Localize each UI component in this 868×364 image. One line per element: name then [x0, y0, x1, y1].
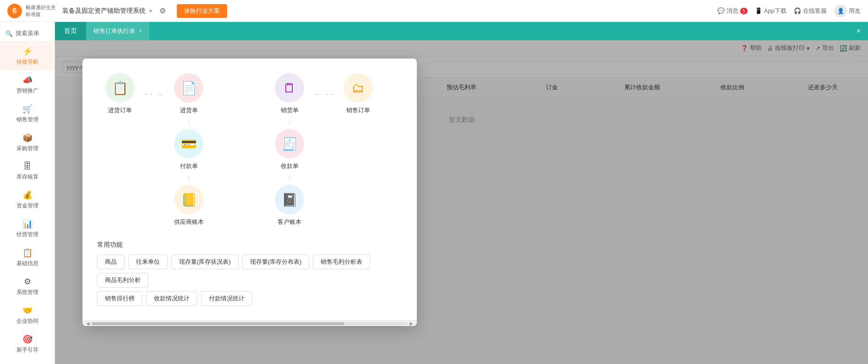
sales-icon: 🛒	[22, 104, 33, 114]
tab-close-icon[interactable]: ×	[139, 28, 142, 34]
tab-home[interactable]: 首页	[55, 22, 86, 40]
finance-icon: 💰	[22, 190, 33, 200]
sales-bill-circle: 🗒	[275, 73, 304, 103]
content-area: 首页 销售订单执行表 × × ❓ 帮助 🖨 按模板打印	[55, 22, 868, 364]
logo-icon: 6	[7, 4, 22, 18]
sidebar-item-enterprise[interactable]: 🤝 企业协同	[0, 301, 55, 330]
sidebar-item-purchase[interactable]: 📦 采购管理	[0, 128, 55, 157]
tab-sales-order[interactable]: 销售订单执行表 ×	[86, 22, 149, 40]
scroll-right-icon[interactable]: ▶	[408, 321, 415, 326]
phone-icon: 📱	[755, 7, 762, 14]
func-btn-sales-profit[interactable]: 销售毛利分析表	[313, 255, 370, 269]
sales-order-label: 销售订单	[346, 106, 370, 114]
user-avatar: 👤	[834, 5, 847, 17]
popup-scrollbar: ◀ ▶	[82, 321, 417, 326]
top-header: 6 畅康通好生意 标准版 装备及固定资产辅助管理系统 ▾ ⚙ 体验行业方案 💬 …	[0, 0, 868, 22]
supplier-account-circle: 📒	[174, 185, 203, 214]
flow-item-sales-bill[interactable]: 🗒 销货单	[271, 70, 308, 118]
user-area[interactable]: 👤 用友	[834, 5, 861, 17]
receipt-circle: 🧾	[275, 129, 304, 158]
purchase-icon: 📦	[22, 133, 33, 143]
arrow-down-payment: ↓	[187, 174, 191, 182]
function-buttons-row-2: 销售排行榜 收款情况统计 付款情况统计	[97, 291, 402, 306]
system-title-area: 装备及固定资产辅助管理系统 ▾ ⚙ 体验行业方案	[62, 4, 717, 18]
purchase-order-circle: 📋	[105, 73, 135, 103]
online-service-button[interactable]: 🎧 在线客服	[794, 7, 827, 15]
arrow-down-receipt: ↓	[288, 174, 291, 182]
sidebar-search[interactable]: 🔍 搜索菜单	[0, 26, 55, 42]
tab-bar: 首页 销售订单执行表 × ×	[55, 22, 868, 40]
func-btn-stock-distribution[interactable]: 现存量(库存分布表)	[242, 255, 310, 269]
logo-area: 6 畅康通好生意 标准版	[7, 4, 62, 18]
quick-nav-popup: 📋 进货订单 - - → 📄 进货单	[82, 59, 417, 326]
customer-account-icon: 📓	[282, 192, 298, 207]
sidebar-item-system[interactable]: ⚙ 系统管理	[0, 272, 55, 301]
sales-bill-label: 销货单	[281, 106, 299, 114]
sidebar-item-finance[interactable]: 💰 资金管理	[0, 185, 55, 214]
func-btn-goods-profit[interactable]: 商品毛利分析	[97, 273, 148, 288]
marketing-icon: 📣	[22, 75, 33, 85]
purchase-bill-icon: 📄	[181, 81, 197, 96]
settings-icon[interactable]: ⚙	[159, 6, 166, 15]
scroll-left-icon[interactable]: ◀	[84, 321, 92, 326]
message-button[interactable]: 💬 消息 5	[717, 7, 748, 15]
payment-label: 付款单	[180, 162, 198, 170]
dropdown-arrow-icon[interactable]: ▾	[149, 8, 152, 14]
sidebar-item-newbie[interactable]: 🎯 新手引导	[0, 330, 55, 359]
page-content: ❓ 帮助 🖨 按模板打印 ▾ ↗ 导出 🔄 刷新	[55, 40, 868, 364]
payment-icon: 💳	[181, 136, 197, 152]
sidebar-item-operations[interactable]: 📊 经营管理	[0, 214, 55, 243]
sales-order-circle: 🗂	[344, 73, 373, 103]
flow-item-purchase-order[interactable]: 📋 进货订单	[102, 70, 138, 118]
supplier-account-label: 供应商账本	[174, 218, 204, 226]
headset-icon: 🎧	[794, 7, 801, 14]
quick-nav-icon: ⚡	[22, 46, 33, 56]
search-icon: 🔍	[5, 30, 13, 37]
func-btn-payment-stats[interactable]: 付款情况统计	[201, 291, 252, 306]
func-btn-partners[interactable]: 往来单位	[128, 255, 168, 269]
purchase-bill-label: 进货单	[180, 106, 198, 114]
scrollbar-track[interactable]	[92, 322, 408, 325]
func-btn-sales-ranking[interactable]: 销售排行榜	[97, 291, 142, 306]
operations-icon: 📊	[22, 219, 33, 229]
enterprise-icon: 🤝	[22, 305, 33, 315]
flow-item-sales-order[interactable]: 🗂 销售订单	[340, 70, 377, 118]
sales-bill-icon: 🗒	[283, 81, 296, 96]
arrow-left-1: ← - -	[314, 89, 334, 99]
sidebar-item-basic[interactable]: 📋 基础信息	[0, 243, 55, 272]
system-icon: ⚙	[24, 277, 31, 287]
flow-item-receipt[interactable]: 🧾 收款单	[271, 125, 308, 174]
logo-text: 畅康通好生意 标准版	[26, 4, 56, 17]
app-download-button[interactable]: 📱 App下载	[755, 7, 786, 15]
func-btn-receipt-stats[interactable]: 收款情况统计	[146, 291, 197, 306]
purchase-bill-circle: 📄	[174, 73, 203, 103]
sidebar-item-marketing[interactable]: 📣 营销推广	[0, 71, 55, 99]
supplier-account-icon: 📒	[181, 192, 197, 207]
func-btn-stock-status[interactable]: 现存量(库存状况表)	[171, 255, 239, 269]
tab-bar-end[interactable]: ×	[857, 27, 868, 35]
sidebar-item-sales[interactable]: 🛒 销售管理	[0, 99, 55, 128]
sidebar-item-label: 快捷导航	[16, 58, 38, 66]
arrow-down-sales: ↓	[288, 118, 291, 126]
flow-item-customer-account[interactable]: 📓 客户账本	[271, 181, 308, 230]
payment-circle: 💳	[174, 129, 203, 158]
sidebar-item-quick-nav[interactable]: ⚡ 快捷导航	[0, 42, 55, 71]
popup-overlay: 📋 进货订单 - - → 📄 进货单	[55, 40, 868, 364]
customer-account-circle: 📓	[275, 185, 304, 214]
flow-item-purchase-bill[interactable]: 📄 进货单	[170, 70, 207, 118]
common-functions-title: 常用功能	[97, 241, 402, 249]
receipt-icon: 🧾	[282, 136, 298, 152]
sidebar: 🔍 搜索菜单 ⚡ 快捷导航 📣 营销推广 🛒 销售管理 📦 采购管理 🗄 库存核…	[0, 22, 55, 364]
receipt-label: 收款单	[281, 162, 299, 170]
purchase-order-label: 进货订单	[108, 106, 132, 114]
newbie-icon: 🎯	[22, 334, 33, 344]
message-badge: 5	[740, 8, 748, 14]
func-btn-goods[interactable]: 商品	[97, 255, 125, 269]
flow-item-supplier-account[interactable]: 📒 供应商账本	[170, 181, 207, 230]
flow-item-payment[interactable]: 💳 付款单	[170, 125, 207, 174]
basic-icon: 📋	[22, 248, 33, 258]
common-functions: 常用功能 商品 往来单位 现存量(库存状况表) 现存量(库存分布表) 销售毛利分…	[97, 241, 402, 306]
header-right: 💬 消息 5 📱 App下载 🎧 在线客服 👤 用友	[717, 5, 861, 17]
sidebar-item-inventory[interactable]: 🗄 库存核算	[0, 157, 55, 185]
trial-button[interactable]: 体验行业方案	[177, 4, 227, 18]
